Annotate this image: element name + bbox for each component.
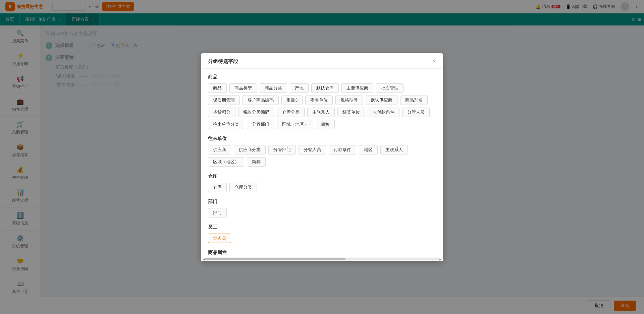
section-partner-title: 往来单位 <box>208 136 436 142</box>
field-tag-salesperson[interactable]: 业务员 <box>208 234 231 243</box>
section-goods-attr-title: 商品属性 <box>208 250 436 256</box>
field-tag-default-warehouse[interactable]: 默认仓库 <box>311 83 339 93</box>
field-tag-default-supplier[interactable]: 默认供应商 <box>366 96 397 105</box>
section-dept: 部门 部门 <box>208 199 436 217</box>
field-tag-weight3[interactable]: 重量3 <box>281 96 303 105</box>
section-dept-title: 部门 <box>208 199 436 205</box>
field-tag-goods-category[interactable]: 商品分类 <box>260 83 287 93</box>
field-tag-goods-alias[interactable]: 商品别名 <box>400 96 428 105</box>
horizontal-scroll-thumb <box>205 258 345 260</box>
section-goods-attr: 商品属性 属性 颜色 多规格 尺码 鞋码 1 <box>208 250 436 257</box>
field-tag-warehouse[interactable]: 仓库 <box>208 183 227 192</box>
field-tag-supplier-category[interactable]: 供应商分类 <box>234 145 266 154</box>
field-tag-region-partner[interactable]: 区域（地区） <box>208 157 244 167</box>
section-warehouse-title: 仓库 <box>208 173 436 179</box>
section-warehouse: 仓库 仓库 仓库分类 <box>208 173 436 192</box>
field-tag-supplier[interactable]: 供应商 <box>208 145 231 154</box>
field-tag-batch-mgmt[interactable]: 批次管理 <box>376 83 404 93</box>
scroll-left-arrow[interactable]: ◀ <box>203 257 205 261</box>
field-tag-partner-category[interactable]: 往来单位分类 <box>208 120 244 129</box>
field-tag-main-supplier[interactable]: 主要供应商 <box>341 83 373 93</box>
field-tag-retail-unit[interactable]: 零售单位 <box>305 96 333 105</box>
field-tag-area[interactable]: 地区 <box>359 145 378 154</box>
field-tag-payment-condition[interactable]: 付款条件 <box>329 145 356 154</box>
section-staff: 员工 业务员 <box>208 224 436 243</box>
field-tag-region-goods[interactable]: 区域（地区） <box>277 120 313 129</box>
modal-overlay: 分组待选字段 × 商品 商品 商品类型 商品分类 产地 默认仓库 主要供应商 批… <box>0 0 644 314</box>
modal-title: 分组待选字段 <box>208 58 238 65</box>
scroll-right-arrow[interactable]: ▶ <box>439 257 441 261</box>
field-tag-goods[interactable]: 商品 <box>208 83 227 93</box>
field-tag-abbr-partner[interactable]: 简称 <box>247 157 266 167</box>
field-tag-picking-points[interactable]: 拣货积分 <box>208 108 235 117</box>
field-tag-main-contact[interactable]: 主联系人 <box>307 108 335 117</box>
field-tag-origin[interactable]: 产地 <box>290 83 309 93</box>
field-tag-abbr-goods[interactable]: 简称 <box>316 120 335 129</box>
field-tag-warehouse-category[interactable]: 仓库分类 <box>277 108 305 117</box>
modal-body[interactable]: 商品 商品 商品类型 商品分类 产地 默认仓库 主要供应商 批次管理 保质期管理… <box>201 69 443 257</box>
section-partner: 往来单位 供应商 供应商分类 分管部门 分管人员 付款条件 地区 主联系人 区域… <box>208 136 436 167</box>
horizontal-scroll-track[interactable] <box>205 258 439 260</box>
field-tag-dept-in-charge[interactable]: 分管部门 <box>247 120 274 129</box>
field-tag-main-contact-partner[interactable]: 主联系人 <box>380 145 408 154</box>
field-tag-settlement-unit[interactable]: 结算单位 <box>337 108 365 117</box>
modal-header: 分组待选字段 × <box>201 53 443 69</box>
modal-horizontal-scrollbar[interactable]: ◀ ▶ <box>201 257 443 261</box>
section-goods-title: 商品 <box>208 74 436 80</box>
field-tag-goods-type[interactable]: 商品类型 <box>229 83 257 93</box>
field-tag-spec-model[interactable]: 规格型号 <box>335 96 363 105</box>
field-select-modal: 分组待选字段 × 商品 商品 商品类型 商品分类 产地 默认仓库 主要供应商 批… <box>201 53 443 261</box>
section-staff-title: 员工 <box>208 224 436 230</box>
field-tag-tax-code[interactable]: 税收分类编码 <box>238 108 274 117</box>
section-goods: 商品 商品 商品类型 商品分类 产地 默认仓库 主要供应商 批次管理 保质期管理… <box>208 74 436 129</box>
section-goods-tags: 商品 商品类型 商品分类 产地 默认仓库 主要供应商 批次管理 保质期管理 客户… <box>208 83 436 129</box>
field-tag-payment-terms[interactable]: 收付款条件 <box>368 108 399 117</box>
section-staff-tags: 业务员 <box>208 234 436 243</box>
field-tag-dept[interactable]: 部门 <box>208 208 227 217</box>
field-tag-warehouse-cat[interactable]: 仓库分类 <box>229 183 257 192</box>
field-tag-supervisor-partner[interactable]: 分管人员 <box>299 145 326 154</box>
field-tag-supervisor[interactable]: 分管人员 <box>402 108 430 117</box>
field-tag-customer-code[interactable]: 客户商品编码 <box>243 96 279 105</box>
field-tag-expiry-mgmt[interactable]: 保质期管理 <box>208 96 240 105</box>
section-warehouse-tags: 仓库 仓库分类 <box>208 183 436 192</box>
field-tag-dept-partner[interactable]: 分管部门 <box>268 145 296 154</box>
modal-close-button[interactable]: × <box>432 58 436 65</box>
section-partner-tags: 供应商 供应商分类 分管部门 分管人员 付款条件 地区 主联系人 区域（地区） … <box>208 145 436 167</box>
section-dept-tags: 部门 <box>208 208 436 217</box>
